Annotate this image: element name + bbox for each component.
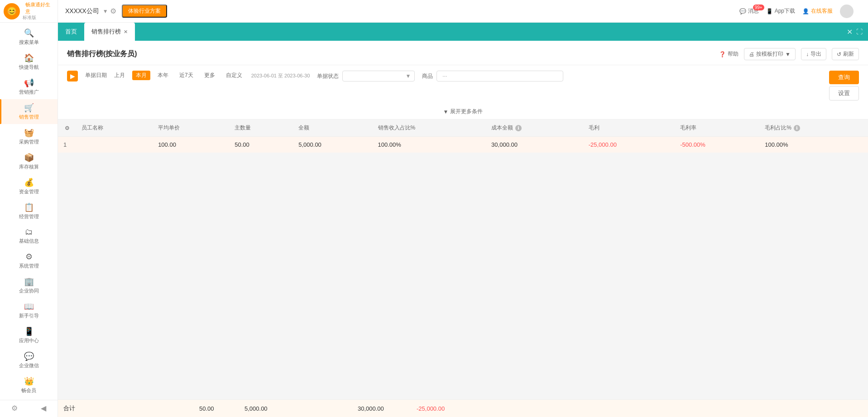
sidebar-label-basic: 基础信息 bbox=[19, 238, 39, 244]
page-container: 销售排行榜(按业务员) ❓ 帮助 🖨 按模板打印 ▼ ↓ 导出 ↺ 刷新 bbox=[58, 41, 868, 153]
expand-conditions-btn[interactable]: ▼ 展开更多条件 bbox=[443, 108, 483, 115]
company-chevron-icon: ▼ bbox=[103, 8, 108, 14]
td-total-0: 5,000.00 bbox=[293, 137, 372, 153]
basic-icon: 🗂 bbox=[25, 227, 33, 237]
date-btn-custom[interactable]: 自定义 bbox=[222, 71, 246, 80]
status-filter-group: 单据状态 ▼ bbox=[317, 71, 415, 81]
th-total: 全额 bbox=[293, 120, 372, 137]
sidebar-item-enterprise[interactable]: 🏢 企业协同 bbox=[0, 273, 58, 298]
app-label: App下载 bbox=[775, 7, 795, 15]
th-settings: ⚙ bbox=[58, 120, 76, 137]
sidebar-label-enterprise: 企业协同 bbox=[19, 288, 39, 294]
status-select-arrow-icon: ▼ bbox=[405, 73, 411, 79]
topbar-gear-icon[interactable]: ⚙ bbox=[110, 7, 116, 15]
tab-sales-ranking[interactable]: 销售排行榜 ✕ bbox=[84, 23, 135, 41]
td-name-0 bbox=[76, 137, 153, 153]
active-bar bbox=[0, 99, 1, 124]
sidebar-item-member[interactable]: 👑 畅会员 bbox=[0, 373, 58, 398]
sidebar-item-operation[interactable]: 📋 经营管理 bbox=[0, 199, 58, 224]
export-btn[interactable]: ↓ 导出 bbox=[801, 48, 826, 60]
date-btn-7days[interactable]: 近7天 bbox=[176, 71, 197, 80]
tab-home[interactable]: 首页 bbox=[58, 23, 84, 41]
sidebar-item-guide[interactable]: 📖 新手引导 bbox=[0, 298, 58, 323]
settings-icon[interactable]: ⚙ bbox=[11, 404, 18, 412]
table-wrap: ⚙ 员工名称 平均单价 主数量 全额 销售收入占比% 成本全额 ℹ 毛利 毛利率 bbox=[58, 120, 868, 153]
date-btn-more[interactable]: 更多 bbox=[201, 71, 219, 80]
date-btn-last-month[interactable]: 上月 bbox=[110, 71, 129, 80]
sidebar-label-system: 系统管理 bbox=[19, 263, 39, 269]
online-service-btn[interactable]: 👤 在线客服 bbox=[802, 7, 833, 15]
member-icon: 👑 bbox=[24, 376, 34, 386]
td-avg-price-0: 100.00 bbox=[153, 137, 229, 153]
th-sales-pct: 销售收入占比% bbox=[373, 120, 486, 137]
sidebar-item-inventory[interactable]: 📦 库存核算 bbox=[0, 149, 58, 174]
topbar: XXXXX公司 ▼ ⚙ 体验行业方案 💬 消息 99+ 📱 App下载 👤 在线… bbox=[58, 0, 868, 23]
window-close-icon[interactable]: ✕ bbox=[847, 28, 853, 36]
th-gross: 毛利 bbox=[583, 120, 675, 137]
filter-toggle-btn[interactable]: ▶ bbox=[67, 71, 78, 81]
message-btn[interactable]: 💬 消息 99+ bbox=[739, 7, 759, 15]
sidebar-item-system[interactable]: ⚙ 系统管理 bbox=[0, 248, 58, 273]
sidebar-item-search[interactable]: 🔍 搜索菜单 bbox=[0, 24, 58, 49]
th-qty: 主数量 bbox=[229, 120, 293, 137]
sidebar-label-operation: 经营管理 bbox=[19, 213, 39, 220]
setting-btn[interactable]: 设置 bbox=[829, 86, 859, 101]
tabbar-right: ✕ ⛶ bbox=[847, 28, 868, 36]
status-select[interactable]: ▼ bbox=[342, 71, 415, 81]
table-footer: 合计 50.00 5,000.00 30,000.00 -25,000.00 bbox=[58, 399, 868, 417]
service-label: 在线客服 bbox=[811, 7, 833, 15]
finance-icon: 💰 bbox=[24, 177, 34, 187]
th-gross-rate: 毛利率 bbox=[675, 120, 759, 137]
footer-label: 合计 bbox=[63, 404, 109, 412]
sidebar-nav: 🔍 搜索菜单🏠 快捷导航📢 营销推广🛒 销售管理🧺 采购管理📦 库存核算💰 资金… bbox=[0, 23, 58, 400]
trial-btn[interactable]: 体验行业方案 bbox=[122, 5, 167, 18]
sidebar-label-wechat: 企业微信 bbox=[19, 362, 39, 369]
cost-info-icon[interactable]: ℹ bbox=[515, 125, 522, 131]
app-download-btn[interactable]: 📱 App下载 bbox=[766, 7, 795, 15]
settings-icon[interactable]: ⚙ bbox=[65, 125, 70, 131]
tab-close-icon[interactable]: ✕ bbox=[124, 29, 128, 35]
print-btn[interactable]: 🖨 按模板打印 ▼ bbox=[744, 48, 796, 60]
footer-qty-val: 50.00 bbox=[199, 405, 245, 412]
window-expand-icon[interactable]: ⛶ bbox=[856, 28, 863, 35]
table-row: 1 100.00 50.00 5,000.00 100.00% 30,000.0… bbox=[58, 137, 868, 153]
sidebar-label-apps: 应用中心 bbox=[19, 337, 39, 344]
message-badge: 99+ bbox=[753, 5, 764, 10]
print-icon: 🖨 bbox=[749, 51, 754, 58]
date-btn-current-month[interactable]: 本月 bbox=[132, 71, 150, 80]
sidebar-item-sales[interactable]: 🛒 销售管理 bbox=[0, 99, 58, 124]
logo-icon: 😊 bbox=[4, 3, 20, 19]
help-btn[interactable]: ❓ 帮助 bbox=[719, 50, 739, 58]
sidebar-item-apps[interactable]: 📱 应用中心 bbox=[0, 323, 58, 348]
sidebar-item-purchase[interactable]: 🧺 采购管理 bbox=[0, 124, 58, 149]
sidebar-item-marketing[interactable]: 📢 营销推广 bbox=[0, 74, 58, 99]
sidebar-label-finance: 资金管理 bbox=[19, 188, 39, 195]
company-selector[interactable]: XXXXX公司 ▼ bbox=[65, 7, 108, 15]
user-avatar[interactable] bbox=[840, 5, 854, 18]
system-icon: ⚙ bbox=[25, 252, 33, 262]
date-btn-current-year[interactable]: 本年 bbox=[154, 71, 172, 80]
collapse-icon[interactable]: ◀ bbox=[41, 404, 46, 412]
refresh-btn[interactable]: ↺ 刷新 bbox=[832, 48, 859, 60]
goods-input[interactable]: ··· bbox=[436, 71, 563, 81]
gross-pct-info-icon[interactable]: ℹ bbox=[794, 125, 800, 131]
tab-sales-ranking-label: 销售排行榜 bbox=[91, 28, 121, 36]
message-icon: 💬 bbox=[739, 8, 746, 14]
help-icon: ❓ bbox=[719, 51, 726, 58]
date-filter-label: 单据日期 bbox=[85, 72, 107, 79]
sidebar-item-basic[interactable]: 🗂 基础信息 bbox=[0, 224, 58, 248]
sidebar-item-finance[interactable]: 💰 资金管理 bbox=[0, 174, 58, 199]
sales-icon: 🛒 bbox=[24, 103, 34, 113]
goods-more-icon[interactable]: ··· bbox=[441, 73, 449, 79]
sidebar-item-shortcut[interactable]: 🏠 快捷导航 bbox=[0, 49, 58, 74]
expand-icon: ▼ bbox=[443, 109, 449, 115]
th-avg-price: 平均单价 bbox=[153, 120, 229, 137]
sidebar-bottom: ⚙ ◀ bbox=[0, 400, 58, 417]
date-range-display: 2023-06-01 至 2023-06-30 bbox=[251, 72, 310, 79]
sidebar-label-guide: 新手引导 bbox=[19, 312, 39, 319]
sidebar-item-wechat[interactable]: 💬 企业微信 bbox=[0, 348, 58, 373]
sidebar-logo: 😊 畅康通好生意 标准版 bbox=[0, 0, 58, 23]
th-gross-pct: 毛利占比% ℹ bbox=[759, 120, 868, 137]
td-rank-0: 1 bbox=[58, 137, 76, 153]
query-btn[interactable]: 查询 bbox=[829, 71, 859, 84]
